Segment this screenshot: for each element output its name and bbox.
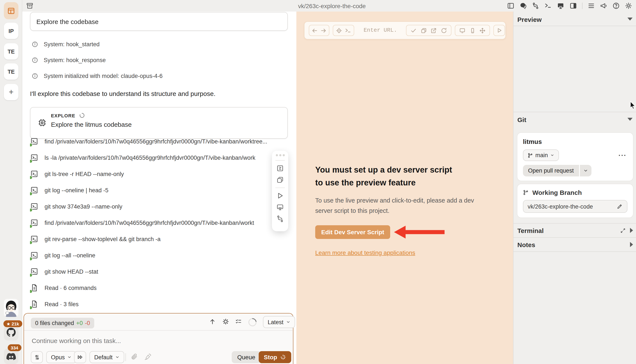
chevron-down-icon [115, 355, 120, 359]
section-header-git[interactable]: Git [517, 116, 526, 123]
signature-pen-icon[interactable] [144, 353, 152, 360]
terminal-command-icon [30, 251, 38, 260]
chat-bubbles-icon[interactable] [520, 2, 527, 10]
right-sidebar: Preview Git litmus main ··· Open pull re… [513, 12, 636, 364]
status-dot [30, 306, 32, 310]
section-header-terminal[interactable]: Terminal [517, 227, 544, 234]
chevron-down-icon[interactable] [628, 118, 632, 121]
command-row[interactable]: find /private/var/folders/10/h7w0q46556g… [30, 133, 288, 150]
play-icon[interactable] [276, 192, 284, 200]
command-row[interactable]: find /private/var/folders/10/h7w0q46556g… [30, 214, 288, 231]
burst-icon[interactable] [222, 318, 229, 325]
branch-selector[interactable]: main [523, 150, 559, 161]
read-row[interactable]: Read · 6 commands [30, 280, 288, 296]
page-actions-group [406, 25, 452, 36]
version-dropdown[interactable]: Latest [263, 316, 295, 328]
pr-options-dropdown[interactable] [580, 165, 591, 176]
terminal-icon[interactable] [544, 2, 552, 10]
edit-pencil-icon[interactable] [617, 204, 623, 210]
menu-icon[interactable] [588, 2, 595, 10]
status-dot [30, 241, 32, 244]
copy-icon[interactable] [276, 176, 284, 184]
chevron-right-icon[interactable] [630, 228, 633, 233]
sidebar-item-project-te2[interactable]: TE [4, 64, 18, 80]
command-row[interactable]: git show 374e3a9 --name-only [30, 198, 288, 214]
working-branch-field[interactable]: vk/263c-explore-the-code [523, 200, 628, 213]
back-arrow-icon[interactable] [312, 27, 318, 34]
settings-gear-icon[interactable] [625, 2, 632, 10]
open-pull-request-button[interactable]: Open pull request [523, 165, 579, 176]
sidebar-item-project-ip[interactable]: IP [4, 23, 18, 39]
sliders-icon [34, 354, 40, 360]
monitor-icon[interactable] [276, 204, 284, 211]
queue-button[interactable]: Queue [232, 351, 261, 363]
chevron-down-icon[interactable] [628, 18, 632, 20]
terminal-prompt-icon[interactable] [345, 27, 351, 34]
user-avatar[interactable] [4, 299, 18, 317]
more-options-button[interactable]: ··· [618, 152, 628, 159]
sidebar-item-project-te1[interactable]: TE [4, 43, 18, 60]
scroll-up-icon[interactable] [209, 318, 216, 325]
help-icon[interactable] [612, 2, 620, 10]
check-icon[interactable] [410, 27, 417, 34]
command-row[interactable]: git rev-parse --show-toplevel && git bra… [30, 231, 288, 247]
learn-more-link[interactable]: Learn more about testing applications [315, 249, 415, 256]
sidebar-item-active-project[interactable] [4, 2, 18, 19]
copy-icon[interactable] [420, 27, 427, 34]
task-title-card[interactable]: Explore the codebase [30, 12, 288, 31]
project-initials: TE [8, 48, 14, 54]
info-icon [32, 41, 38, 48]
archive-box-icon[interactable] [26, 2, 34, 10]
discord-count: 334 [11, 345, 18, 350]
command-row[interactable]: git ls-tree -r HEAD --name-only [30, 166, 288, 182]
panel-left-icon[interactable] [507, 2, 514, 10]
section-header-preview[interactable]: Preview [517, 16, 542, 23]
read-row[interactable]: Read · 3 files [30, 296, 288, 312]
run-preview-group [494, 25, 505, 36]
refresh-spinner-icon[interactable] [247, 316, 258, 328]
section-header-notes[interactable]: Notes [517, 241, 535, 248]
chevron-right-icon[interactable] [630, 242, 633, 247]
command-row[interactable]: ls -la /private/var/folders/10/h7w0q4655… [30, 150, 288, 166]
section-divider [514, 237, 636, 238]
command-row[interactable]: git log --oneline | head -5 [30, 182, 288, 198]
drag-handle-dots[interactable] [276, 154, 284, 156]
monitor-icon[interactable] [557, 2, 564, 10]
move-pan-icon[interactable] [480, 27, 486, 34]
git-branch-icon[interactable] [532, 2, 539, 10]
message-input[interactable] [31, 336, 272, 345]
expand-icon[interactable] [620, 228, 626, 234]
diff-summary-chip[interactable]: 0 files changed +0 -0 [31, 318, 94, 328]
profile-dropdown[interactable]: Default [90, 351, 124, 363]
forward-arrow-icon[interactable] [320, 27, 326, 34]
panel-right-icon[interactable] [570, 2, 577, 10]
add-project-button[interactable]: + [4, 84, 18, 100]
model-dropdown[interactable]: Opus [46, 351, 76, 363]
attach-paperclip-icon[interactable] [131, 353, 138, 360]
command-text: git show HEAD --stat [44, 268, 98, 275]
command-row[interactable]: git log --all --oneline [30, 247, 288, 263]
target-locate-icon[interactable] [336, 27, 342, 34]
device-mode-group [455, 25, 490, 36]
url-input[interactable]: Enter URL. [364, 27, 397, 34]
stop-button[interactable]: Stop [259, 351, 291, 363]
info-icon [32, 57, 38, 64]
mobile-mode-icon[interactable] [469, 27, 476, 34]
play-icon[interactable] [496, 28, 502, 34]
chevron-down-icon [550, 153, 554, 157]
git-branch-icon[interactable] [276, 215, 284, 223]
code-block-icon[interactable] [276, 164, 284, 172]
system-message-text: System initialized with model: claude-op… [44, 73, 162, 79]
megaphone-icon[interactable] [600, 2, 607, 10]
edit-dev-server-script-button[interactable]: Edit Dev Server Script [315, 225, 390, 239]
section-divider [514, 223, 636, 224]
fast-forward-button[interactable] [74, 351, 86, 363]
settings-sliders-button[interactable] [31, 351, 43, 363]
refresh-icon[interactable] [441, 27, 447, 34]
desktop-mode-icon[interactable] [459, 27, 466, 34]
open-external-icon[interactable] [431, 27, 437, 34]
terminal-command-icon [30, 170, 38, 178]
working-branch-value: vk/263c-explore-the-code [528, 203, 593, 210]
command-row[interactable]: git show HEAD --stat [30, 263, 288, 280]
checklist-icon[interactable] [235, 318, 242, 325]
